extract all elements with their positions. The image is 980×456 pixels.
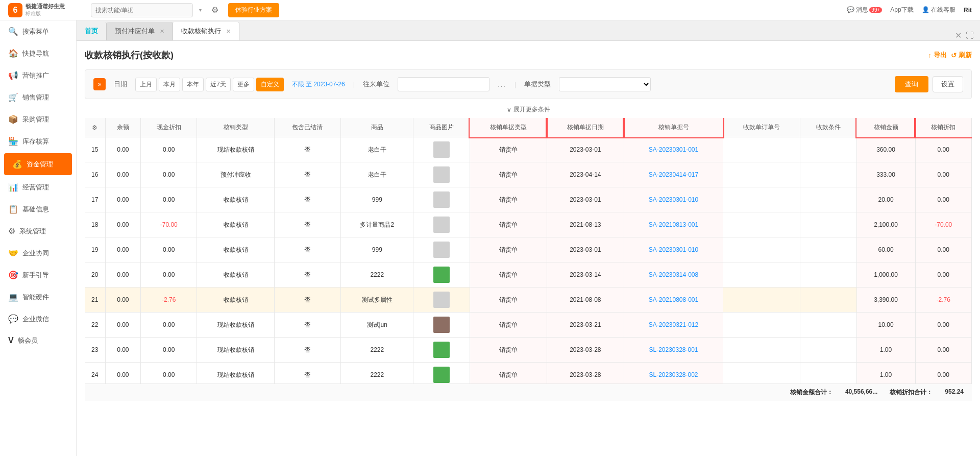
- tab-prepay[interactable]: 预付冲应付单 ✕: [107, 22, 173, 40]
- sidebar-item-operations[interactable]: 📊 经营管理: [0, 176, 76, 198]
- bill-no-link[interactable]: SA-20230301-010: [649, 246, 698, 253]
- bill-type-select[interactable]: [559, 77, 651, 91]
- cell-bill-type: 销货单: [470, 313, 547, 338]
- cell-num: 18: [85, 212, 105, 237]
- bill-no-link[interactable]: SA-20230321-012: [649, 321, 698, 328]
- sidebar-item-finance[interactable]: 💰 资金管理: [4, 153, 72, 175]
- settings-btn[interactable]: 设置: [933, 76, 963, 92]
- sidebar-item-quicknav[interactable]: 🏠 快捷导航: [0, 42, 76, 64]
- sidebar-item-hardware[interactable]: 💻 智能硬件: [0, 286, 76, 308]
- sidebar-item-system[interactable]: ⚙ 系统管理: [0, 220, 76, 242]
- member-icon: V: [8, 336, 14, 345]
- table-row: 16 0.00 0.00 预付冲应收 否 老白干 销货单 2023-04-14 …: [85, 162, 972, 187]
- tab-home[interactable]: 首页: [77, 22, 107, 40]
- bill-no-link[interactable]: SA-20230414-017: [649, 171, 698, 178]
- cell-include-settled: 否: [274, 212, 341, 237]
- tab-receipt[interactable]: 收款核销执行 ✕: [173, 22, 239, 40]
- table-footer: 核销金额合计： 40,556,66... 核销折扣合计： 952.24: [85, 383, 972, 401]
- cell-include-settled: 否: [274, 187, 341, 212]
- sidebar-label: 企业协同: [22, 249, 49, 258]
- tab-home-label: 首页: [85, 27, 98, 36]
- sidebar-label: 基础信息: [22, 205, 49, 214]
- table-row: 15 0.00 0.00 现结收款核销 否 老白干 销货单 2023-03-01…: [85, 137, 972, 162]
- sidebar-item-marketing[interactable]: 📢 营销推广: [0, 64, 76, 86]
- cell-bill-date: 2023-04-14: [547, 162, 624, 187]
- industry-btn[interactable]: 休验行业方案: [228, 3, 279, 17]
- bill-no-link[interactable]: SA-20210813-001: [649, 221, 698, 228]
- cell-receipt-condition: [800, 187, 856, 212]
- cell-goods-img: [413, 338, 470, 363]
- message-icon[interactable]: 💬 消息99+: [847, 6, 882, 14]
- cell-bill-type: 销货单: [470, 237, 547, 262]
- tab-receipt-close[interactable]: ✕: [226, 28, 231, 35]
- tab-prepay-label: 预付冲应付单: [115, 27, 155, 36]
- bill-no-link[interactable]: SL-20230328-001: [649, 346, 698, 353]
- bill-no-link[interactable]: SA-20210808-001: [649, 296, 698, 303]
- expand-more-btn[interactable]: ∨ 展开更多条件: [507, 105, 550, 114]
- date-btn-last-month[interactable]: 上月: [135, 78, 157, 91]
- sidebar-item-member[interactable]: V 畅会员: [0, 330, 76, 351]
- cell-include-settled: 否: [274, 237, 341, 262]
- sidebar-item-base[interactable]: 📋 基础信息: [0, 198, 76, 220]
- filter-row: » 日期 上月 本月 本年 近7天 更多 自定义 不限 至 2023-07-26…: [93, 76, 963, 92]
- search-dropdown-arrow: ▾: [199, 7, 202, 13]
- cell-bill-date: 2021-08-13: [547, 212, 624, 237]
- sidebar-item-inventory[interactable]: 🏪 库存核算: [0, 130, 76, 152]
- cell-goods-img: [413, 313, 470, 338]
- search-input[interactable]: [91, 3, 193, 17]
- sidebar-item-wechat[interactable]: 💬 企业微信: [0, 308, 76, 330]
- cell-receipt-order-no: [723, 237, 800, 262]
- refresh-btn[interactable]: ↺ 刷新: [951, 51, 972, 60]
- export-icon: ↑: [928, 52, 932, 59]
- main-table: ⚙ 余额 现金折扣 核销类型 包含已结清 商品 商品图片 核销单据类型 核销单据…: [85, 118, 972, 383]
- cell-bill-no: SA-20230301-010: [624, 237, 723, 262]
- date-btn-custom[interactable]: 自定义: [256, 78, 284, 91]
- cell-bill-date: 2023-03-01: [547, 187, 624, 212]
- filter-expand-btn[interactable]: »: [93, 78, 106, 90]
- col-writeoff-amount: 核销金额: [856, 118, 915, 137]
- bill-no-link[interactable]: SL-20230328-002: [649, 371, 698, 378]
- cell-bill-no: SL-20230328-001: [624, 338, 723, 363]
- col-gear[interactable]: ⚙: [85, 118, 105, 137]
- tab-expand-icon[interactable]: ⛶: [966, 31, 974, 40]
- date-range-display: 不限 至 2023-07-26: [292, 80, 345, 89]
- online-service-link[interactable]: 👤 在线客服: [922, 6, 955, 14]
- bill-no-link[interactable]: SA-20230301-001: [649, 146, 698, 153]
- export-btn[interactable]: ↑ 导出: [928, 51, 947, 60]
- date-btn-more[interactable]: 更多: [233, 78, 254, 91]
- table-scroll[interactable]: ⚙ 余额 现金折扣 核销类型 包含已结清 商品 商品图片 核销单据类型 核销单据…: [85, 118, 972, 383]
- sidebar-item-purchase[interactable]: 📦 采购管理: [0, 108, 76, 130]
- partner-input[interactable]: [398, 77, 489, 91]
- date-btn-this-month[interactable]: 本月: [159, 78, 180, 91]
- gear-button[interactable]: ⚙: [208, 3, 222, 17]
- cell-bill-type: 销货单: [470, 363, 547, 384]
- cell-goods-img: [413, 287, 470, 313]
- cell-bill-type: 销货单: [470, 162, 547, 187]
- cell-receipt-condition: [800, 287, 856, 313]
- sidebar-item-sales[interactable]: 🛒 销售管理: [0, 86, 76, 108]
- date-btn-7days[interactable]: 近7天: [206, 78, 231, 91]
- cell-receipt-order-no: [723, 287, 800, 313]
- bill-no-link[interactable]: SA-20230314-008: [649, 271, 698, 278]
- system-icon: ⚙: [8, 226, 15, 236]
- search-icon: 🔍: [8, 27, 18, 36]
- date-btn-this-year[interactable]: 本年: [182, 78, 204, 91]
- cell-writeoff-type: 现结收款核销: [197, 338, 274, 363]
- cell-writeoff-discount: 0.00: [915, 137, 971, 162]
- cell-writeoff-amount: 333.00: [856, 162, 915, 187]
- cell-writeoff-discount: 0.00: [915, 162, 971, 187]
- home-icon: 🏠: [8, 49, 18, 58]
- bill-no-link[interactable]: SA-20230301-010: [649, 196, 698, 203]
- tab-prepay-close[interactable]: ✕: [160, 28, 164, 35]
- cell-num: 16: [85, 162, 105, 187]
- app-download-link[interactable]: App下载: [890, 6, 913, 14]
- cell-receipt-order-no: [723, 187, 800, 212]
- sidebar-item-enterprise[interactable]: 🤝 企业协同: [0, 242, 76, 264]
- tab-close-icon[interactable]: ✕: [955, 31, 962, 40]
- expand-more: ∨ 展开更多条件: [85, 105, 972, 114]
- sidebar-item-newbie[interactable]: 🎯 新手引导: [0, 264, 76, 286]
- cell-writeoff-type: 收款核销: [197, 212, 274, 237]
- query-btn[interactable]: 查询: [895, 76, 928, 92]
- cell-balance: 0.00: [105, 212, 141, 237]
- sidebar-item-search[interactable]: 🔍 搜索菜单: [0, 20, 76, 42]
